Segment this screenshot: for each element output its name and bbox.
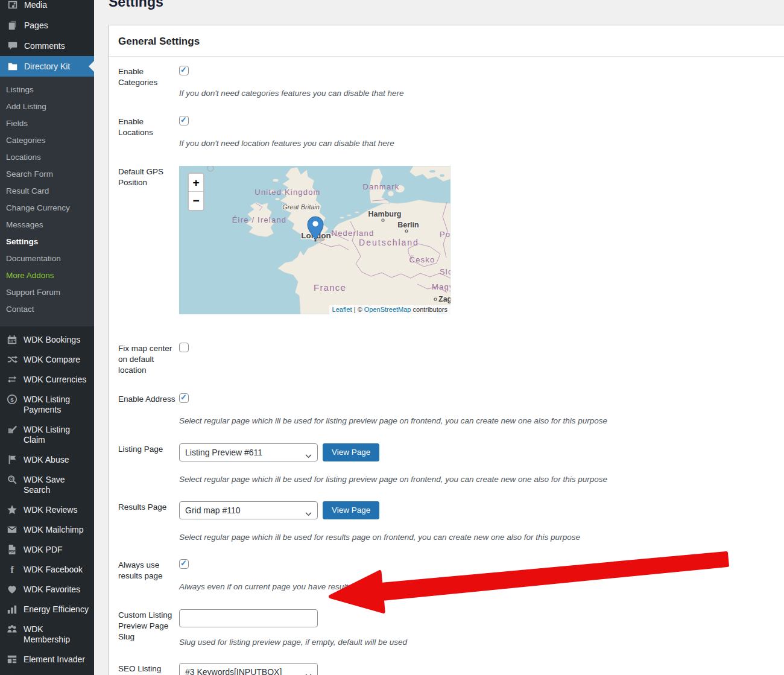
enable-address-checkbox[interactable] <box>179 393 189 403</box>
people-icon <box>7 624 17 635</box>
seo-listing-select[interactable]: #3 Keywords[INPUTBOX] <box>179 663 318 675</box>
sidebar-item-wdk-save-search[interactable]: Q WDK Save Search <box>0 470 94 500</box>
sidebar-item-label: Directory Kit <box>24 62 70 71</box>
loop-icon <box>7 374 17 385</box>
mail-icon <box>7 524 17 535</box>
admin-layout: Media Pages Comments Directory Kit Listi… <box>0 0 784 675</box>
map-label-united-kingdom: United Kingdom <box>254 188 320 197</box>
leaflet-link[interactable]: Leaflet <box>332 306 352 313</box>
submenu-item-settings[interactable]: Settings <box>0 233 94 250</box>
submenu-item-listings[interactable]: Listings <box>0 81 94 98</box>
listing-page-select[interactable]: Listing Preview #611 <box>179 443 318 461</box>
submenu-item-locations[interactable]: Locations <box>0 149 94 166</box>
chevron-down-icon <box>305 509 312 513</box>
shuffle-icon <box>7 354 17 365</box>
map-attribution: Leaflet | © OpenStreetMap contributors <box>329 305 450 314</box>
grid-icon <box>7 654 17 665</box>
field-label: Results Page <box>118 501 179 550</box>
sidebar-item-label: Energy Efficiency <box>24 604 89 615</box>
openstreetmap-link[interactable]: OpenStreetMap <box>364 306 411 313</box>
row-always-results: Always use results page Always even if o… <box>109 550 784 600</box>
sidebar-item-wdk-facebook[interactable]: f WDK Facebook <box>0 560 94 580</box>
card-title: General Settings <box>109 25 784 57</box>
row-enable-categories: Enable Categories If you don't need cate… <box>109 57 784 107</box>
submenu-item-result-card[interactable]: Result Card <box>0 183 94 200</box>
view-page-button[interactable]: View Page <box>323 443 379 461</box>
field-label: Enable Address <box>118 393 179 434</box>
pages-icon <box>7 20 18 31</box>
claim-icon <box>7 424 17 435</box>
submenu-item-fields[interactable]: Fields <box>0 115 94 132</box>
sidebar-item-gum-activator[interactable]: Gum Activator <box>0 670 94 675</box>
sidebar-item-wdk-reviews[interactable]: WDK Reviews <box>0 500 94 520</box>
map-label-slovensko: Slove <box>440 267 450 276</box>
sidebar-item-element-invader[interactable]: Element Invader <box>0 650 94 670</box>
custom-slug-input[interactable] <box>179 609 318 627</box>
enable-categories-checkbox[interactable] <box>179 66 189 75</box>
sidebar-item-wdk-favorites[interactable]: WDK Favorites <box>0 580 94 600</box>
svg-text:Q: Q <box>10 477 13 481</box>
sidebar-item-wdk-listing-claim[interactable]: WDK Listing Claim <box>0 420 94 450</box>
enable-locations-checkbox[interactable] <box>179 116 189 125</box>
sidebar-item-label: Pages <box>24 21 48 30</box>
submenu-item-search-form[interactable]: Search Form <box>0 166 94 183</box>
submenu-item-categories[interactable]: Categories <box>0 132 94 149</box>
sidebar-item-wdk-abuse[interactable]: WDK Abuse <box>0 450 94 470</box>
main-content: Settings General Settings Enable Categor… <box>94 0 784 675</box>
sidebar-item-label: WDK Mailchimp <box>24 525 84 535</box>
search-icon: Q <box>7 474 17 485</box>
dollar-icon: $ <box>7 394 17 405</box>
svg-text:f: f <box>10 564 14 575</box>
sidebar-item-label: WDK Reviews <box>24 505 77 515</box>
row-default-gps: Default GPS Position <box>109 157 784 334</box>
map-label-danmark: Danmark <box>362 182 399 191</box>
gps-map[interactable]: United Kingdom Great Britain Éire / Irel… <box>179 166 450 314</box>
sidebar-item-label: Media <box>24 0 47 10</box>
sidebar-item-wdk-pdf[interactable]: PDF WDK PDF <box>0 540 94 560</box>
map-label-zagreb: Zagreb <box>438 295 450 303</box>
sidebar-item-label: WDK Listing Claim <box>24 425 89 445</box>
submenu-item-more-addons[interactable]: More Addons <box>0 267 94 284</box>
view-page-button[interactable]: View Page <box>323 501 379 519</box>
row-enable-locations: Enable Locations If you don't need locat… <box>109 107 784 157</box>
sidebar-item-wdk-membership[interactable]: WDK Membership <box>0 620 94 650</box>
sidebar-item-directory-kit[interactable]: Directory Kit <box>0 56 94 77</box>
submenu-item-support-forum[interactable]: Support Forum <box>0 284 94 301</box>
always-results-checkbox[interactable] <box>179 559 189 569</box>
submenu-item-add-listing[interactable]: Add Listing <box>0 98 94 115</box>
sidebar-item-wdk-currencies[interactable]: WDK Currencies <box>0 370 94 390</box>
map-label-deutschland: Deutschland <box>359 238 419 247</box>
sidebar-item-pages[interactable]: Pages <box>0 15 94 36</box>
sidebar-item-label: WDK Save Search <box>24 475 89 495</box>
zoom-out-button[interactable]: − <box>189 192 203 210</box>
sidebar-item-wdk-mailchimp[interactable]: WDK Mailchimp <box>0 520 94 540</box>
sidebar-item-media[interactable]: Media <box>0 0 94 15</box>
submenu-item-messages[interactable]: Messages <box>0 217 94 233</box>
results-page-select[interactable]: Grid map #110 <box>179 501 318 519</box>
sidebar-item-wdk-listing-payments[interactable]: $ WDK Listing Payments <box>0 390 94 420</box>
sidebar-item-comments[interactable]: Comments <box>0 36 94 56</box>
sidebar-item-wdk-compare[interactable]: WDK Compare <box>0 350 94 370</box>
attribution-copy: © <box>358 306 362 313</box>
submenu-item-change-currency[interactable]: Change Currency <box>0 200 94 217</box>
sidebar-item-label: WDK Bookings <box>24 335 80 345</box>
map-label-nederland: Nederland <box>332 229 375 238</box>
submenu-item-contact[interactable]: Contact <box>0 301 94 318</box>
fix-map-center-checkbox[interactable] <box>179 343 189 352</box>
facebook-icon: f <box>7 564 17 575</box>
sidebar-item-wdk-bookings[interactable]: WDK Bookings <box>0 330 94 350</box>
sidebar-item-label: WDK Membership <box>24 624 89 645</box>
field-label: Fix map center on default location <box>118 343 179 376</box>
map-label-cesko: Česko <box>409 255 435 264</box>
sidebar-item-label: Comments <box>24 41 65 51</box>
map-label-magyar: Magyaro <box>432 282 450 291</box>
sidebar-item-energy-efficiency[interactable]: Energy Efficiency <box>0 600 94 620</box>
map-label-hamburg: Hamburg <box>368 210 402 218</box>
map-label-eire-ireland: Éire / Ireland <box>232 215 287 224</box>
submenu-item-documentation[interactable]: Documentation <box>0 250 94 267</box>
map-label-berlin: Berlin <box>397 221 419 229</box>
zoom-in-button[interactable]: + <box>189 174 203 192</box>
attribution-suffix: contributors <box>413 306 447 313</box>
calendar-icon <box>7 334 17 345</box>
row-results-page: Results Page Grid map #110 View Page Sel… <box>109 492 784 550</box>
